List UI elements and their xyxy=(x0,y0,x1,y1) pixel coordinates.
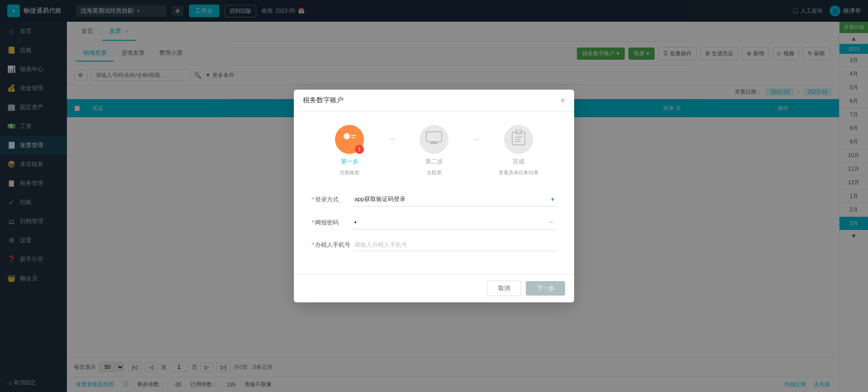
phone-row: 办税人手机号 xyxy=(312,239,556,251)
step-2-title: 第二步 xyxy=(425,158,443,166)
svg-rect-6 xyxy=(429,143,439,144)
step-3-desc: 查看具体任务结果 xyxy=(499,169,538,176)
step-1-title: 第一步 xyxy=(341,158,359,166)
step-arrow-2: → xyxy=(472,125,481,144)
login-method-row: 登录方式 app获取验证码登录 ▾ xyxy=(312,192,556,206)
step-1-desc: 完善账密 xyxy=(340,169,359,176)
next-btn[interactable]: 下一步 xyxy=(526,281,565,296)
dialog-title: 税务数字账户 xyxy=(303,96,344,105)
dropdown-arrow-icon: ▾ xyxy=(551,196,554,203)
svg-rect-5 xyxy=(431,142,437,143)
svg-rect-9 xyxy=(515,137,522,138)
phone-input[interactable] xyxy=(353,239,556,251)
dialog-body: ! 第一步 完善账密 → xyxy=(294,111,574,274)
svg-rect-11 xyxy=(515,141,521,142)
password-row: 网报密码 ～ xyxy=(312,215,556,229)
dialog-footer: 取消 下一步 xyxy=(294,274,574,302)
screen-icon xyxy=(425,131,443,148)
step-2: 第二步 去取票 xyxy=(396,125,472,176)
step-2-icon-wrap xyxy=(420,125,448,154)
dialog-close-btn[interactable]: × xyxy=(560,96,565,105)
step-1-icon-wrap: ! xyxy=(335,125,364,154)
svg-rect-3 xyxy=(351,137,355,139)
eye-icon[interactable]: ～ xyxy=(548,218,554,226)
cancel-btn[interactable]: 取消 xyxy=(487,281,521,296)
login-method-value: app获取验证码登录 xyxy=(354,195,551,203)
svg-rect-10 xyxy=(515,139,520,140)
step-3-title: 完成 xyxy=(513,158,524,166)
step-3: 完成 查看具体任务结果 xyxy=(481,125,556,176)
modal-overlay[interactable]: 税务数字账户 × xyxy=(0,0,868,392)
svg-rect-2 xyxy=(351,135,356,136)
svg-point-1 xyxy=(344,133,350,139)
password-input[interactable] xyxy=(354,219,548,226)
password-label: 网报密码 xyxy=(312,219,353,227)
login-method-label: 登录方式 xyxy=(312,196,353,204)
password-wrap: ～ xyxy=(353,215,556,229)
step-1-error-badge: ! xyxy=(355,145,364,154)
clipboard-icon xyxy=(511,129,526,149)
person-card-icon xyxy=(341,131,358,148)
steps-row: ! 第一步 完善账密 → xyxy=(312,125,556,176)
step-3-icon-wrap xyxy=(504,125,533,154)
svg-rect-4 xyxy=(426,132,442,142)
dialog-header: 税务数字账户 × xyxy=(294,90,574,111)
tax-digital-dialog: 税务数字账户 × xyxy=(294,90,574,302)
step-1: ! 第一步 完善账密 xyxy=(312,125,387,176)
phone-label: 办税人手机号 xyxy=(312,241,353,249)
login-method-select[interactable]: app获取验证码登录 ▾ xyxy=(353,192,556,206)
step-2-desc: 去取票 xyxy=(427,169,442,176)
arrow-right-icon-2: → xyxy=(472,134,481,144)
step-arrow-1: → xyxy=(387,125,396,144)
arrow-right-icon-1: → xyxy=(387,134,396,144)
